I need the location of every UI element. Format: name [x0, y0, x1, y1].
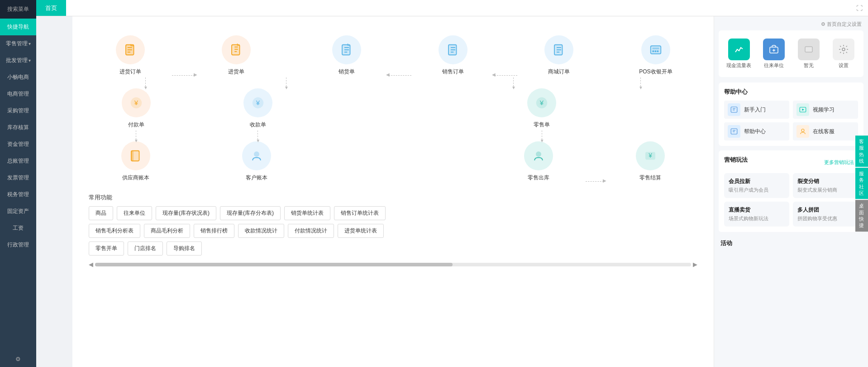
help-item-service[interactable]: 在线客服 — [793, 122, 858, 140]
svg-rect-38 — [731, 107, 737, 112]
mkt-item-group[interactable]: 多人拼团 拼团购物享受优惠 — [793, 202, 858, 227]
connector-v-sales — [286, 77, 286, 87]
customize-button[interactable]: ⚙ 首页自定义设置 — [821, 21, 862, 28]
marketing-header: 营销玩法 更多营销玩法 > — [724, 156, 858, 169]
help-item-beginner[interactable]: 新手入门 — [724, 101, 789, 119]
sidebar-item-ecommerce-mgmt[interactable]: 电商管理 — [0, 86, 36, 102]
main-content: 进货订单 ▶ 进货单 — [72, 16, 868, 367]
svg-text:¥: ¥ — [256, 99, 260, 106]
sidebar-item-tax[interactable]: 税务管理 — [0, 186, 36, 203]
arrow-right-1: ▶ — [172, 63, 195, 76]
sidebar-item-label: 总账管理 — [7, 157, 29, 165]
mkt-item-live[interactable]: 直播卖货 场景式购物新玩法 — [724, 202, 789, 227]
wf-node-supplier-book[interactable]: 供应商账本 — [89, 141, 183, 182]
mkt-sub: 吸引用户成为会员 — [729, 187, 785, 193]
purchase-icon — [222, 35, 251, 64]
none-icon — [798, 39, 820, 60]
float-btn-desktop[interactable]: 桌面快捷 — [855, 200, 868, 232]
sidebar-item-fixed-assets[interactable]: 固定资产 — [0, 203, 36, 220]
right-header: ⚙ 首页自定义设置 — [719, 21, 863, 28]
func-btn-stock2[interactable]: 现存量(库存分布表) — [220, 206, 281, 220]
sidebar-item-retail[interactable]: 零售管理 ▾ — [0, 35, 36, 52]
func-btn-payment-stat[interactable]: 付款情况统计 — [288, 224, 334, 238]
sidebar-item-quick-nav[interactable]: 快捷导航 — [0, 19, 36, 35]
func-btn-units[interactable]: 往来单位 — [117, 206, 152, 220]
topbar-right: ⛶ — [856, 5, 868, 12]
func-btn-stock1[interactable]: 现存量(库存状况表) — [156, 206, 216, 220]
customize-label: 首页自定义设置 — [827, 21, 862, 28]
func-btn-receipt-stat[interactable]: 收款情况统计 — [238, 224, 284, 238]
settings-icon[interactable]: ⚙ — [0, 351, 36, 367]
sidebar-item-label: 小畅电商 — [7, 73, 29, 81]
func-btn-guide-rank[interactable]: 导购排名 — [167, 241, 202, 256]
func-btn-goods-profit[interactable]: 商品毛利分析 — [144, 224, 190, 238]
func-btn-retail-order[interactable]: 零售开单 — [89, 241, 124, 256]
svg-text:¥: ¥ — [134, 99, 138, 106]
node-label: 商城订单 — [548, 68, 570, 76]
func-btn-goods[interactable]: 商品 — [89, 206, 113, 220]
wf-node-purchase-order[interactable]: 进货订单 — [89, 35, 172, 76]
receipt-icon: ¥ — [243, 88, 272, 117]
help-item-video[interactable]: 视频学习 — [793, 101, 858, 119]
func-btn-sales-order-stat[interactable]: 销售订单统计表 — [334, 206, 386, 220]
wf-node-customer-book[interactable]: 客户账本 — [210, 141, 304, 182]
customer-book-icon — [242, 141, 271, 170]
func-btn-sales-profit[interactable]: 销售毛利分析表 — [89, 224, 140, 238]
quick-icon-none[interactable]: 暂无 — [793, 35, 824, 72]
connector-v-mall — [513, 77, 514, 87]
func-btn-purchase-stat[interactable]: 进货单统计表 — [338, 224, 384, 238]
wf-node-payment[interactable]: ¥ 付款单 — [89, 88, 183, 129]
mkt-title: 直播卖货 — [729, 206, 785, 214]
wf-node-pos[interactable]: POS收银开单 — [614, 35, 697, 76]
quick-icon-units[interactable]: 往来单位 — [758, 35, 789, 72]
wf-node-retail-order[interactable]: ¥ 零售单 — [495, 88, 589, 129]
float-btn-community[interactable]: 服务社区 — [855, 168, 868, 199]
fullscreen-button[interactable]: ⛶ — [856, 5, 863, 12]
quick-icon-settings[interactable]: 设置 — [828, 35, 859, 72]
mkt-item-member[interactable]: 会员拉新 吸引用户成为会员 — [724, 173, 789, 198]
mkt-item-fission[interactable]: 裂变分销 裂变式发展分销商 — [793, 173, 858, 198]
connector-v-pos — [640, 77, 641, 87]
wf-node-purchase[interactable]: 进货单 — [195, 35, 278, 76]
sidebar-item-purchase[interactable]: 采购管理 — [0, 102, 36, 119]
scroll-right-arrow[interactable]: ▶ — [693, 261, 697, 268]
func-btn-sales-rank[interactable]: 销售排行榜 — [194, 224, 234, 238]
svg-point-29 — [536, 152, 541, 156]
scroll-bar: ◀ ▶ — [89, 261, 697, 268]
svg-rect-15 — [652, 48, 659, 49]
sidebar-item-finance[interactable]: 资金管理 — [0, 136, 36, 153]
quick-icon-cashflow[interactable]: 现金流量表 — [723, 35, 754, 72]
sidebar-item-ledger[interactable]: 总账管理 — [0, 153, 36, 169]
sidebar-search[interactable]: 搜索菜单 — [0, 0, 36, 19]
node-label: 销货单 — [339, 68, 355, 76]
common-functions: 常用功能 商品 往来单位 现存量(库存状况表) 现存量(库存分布表) 销货单统计… — [89, 193, 697, 256]
wf-node-receipt[interactable]: ¥ 收款单 — [210, 88, 305, 129]
func-btn-sales-stat[interactable]: 销货单统计表 — [284, 206, 330, 220]
sidebar-item-wholesale[interactable]: 批发管理 ▾ — [0, 52, 36, 69]
float-btn-service[interactable]: 客服热线 — [855, 135, 868, 167]
more-marketing-link[interactable]: 更多营销玩法 > — [824, 159, 858, 166]
help-item-help[interactable]: 帮助中心 — [724, 122, 789, 140]
node-label: 进货单 — [228, 68, 244, 76]
qi-label: 暂无 — [804, 62, 814, 69]
scroll-left-arrow[interactable]: ◀ — [89, 261, 93, 268]
purchase-order-icon — [116, 35, 145, 64]
wf-node-mall-order[interactable]: 商城订单 — [517, 35, 601, 76]
sidebar-item-admin[interactable]: 行政管理 — [0, 237, 36, 253]
svg-rect-17 — [654, 50, 656, 52]
scroll-track[interactable] — [95, 263, 691, 266]
tab-home[interactable]: 首页 — [36, 0, 66, 16]
wf-node-retail-out[interactable]: 零售出库 — [491, 141, 586, 182]
qi-label: 设置 — [839, 62, 849, 69]
sidebar-item-inventory[interactable]: 库存核算 — [0, 119, 36, 136]
wf-node-retail-settle[interactable]: ¥ 零售结算 — [604, 141, 698, 182]
content-area: 进货订单 ▶ 进货单 — [72, 16, 868, 367]
sidebar-item-ecommerce-small[interactable]: 小畅电商 — [0, 69, 36, 86]
wf-node-sales-order[interactable]: 销售订单 — [411, 35, 495, 76]
func-btn-store-rank[interactable]: 门店排名 — [128, 241, 163, 256]
wf-node-sales[interactable]: 销货单 — [305, 35, 388, 76]
sidebar-item-invoice[interactable]: 发票管理 — [0, 169, 36, 186]
sidebar-item-label: 电商管理 — [7, 90, 29, 98]
sidebar-item-salary[interactable]: 工资 — [0, 220, 36, 237]
retail-settle-icon: ¥ — [636, 141, 665, 170]
